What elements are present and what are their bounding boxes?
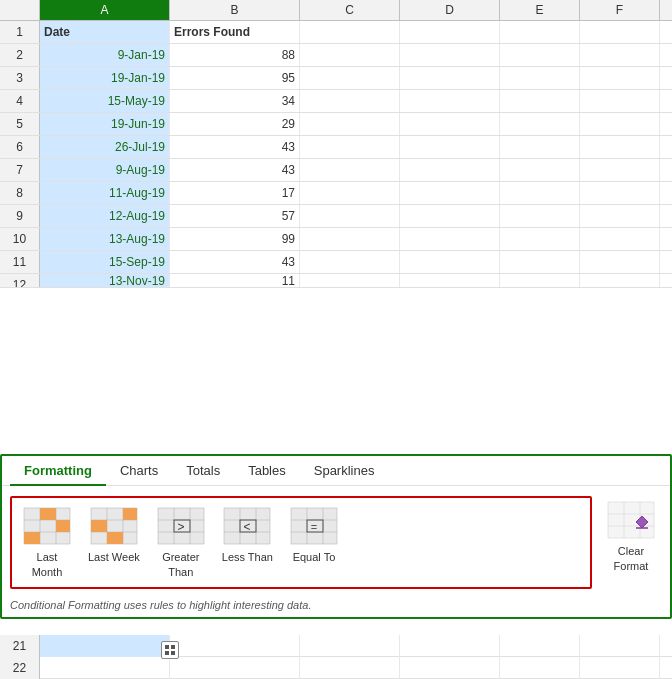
cell-f1[interactable] xyxy=(580,21,660,43)
cell-c4[interactable] xyxy=(300,90,400,112)
cell-d2[interactable] xyxy=(400,44,500,66)
cell-e3[interactable] xyxy=(500,67,580,89)
cell-b8[interactable]: 17 xyxy=(170,182,300,204)
cell-d9[interactable] xyxy=(400,205,500,227)
col-header-d[interactable]: D xyxy=(400,0,500,20)
cell-a22[interactable] xyxy=(40,657,170,679)
quick-analysis-button[interactable] xyxy=(161,641,179,659)
cell-d5[interactable] xyxy=(400,113,500,135)
cell-b5[interactable]: 29 xyxy=(170,113,300,135)
cell-c8[interactable] xyxy=(300,182,400,204)
cell-c6[interactable] xyxy=(300,136,400,158)
cell-c22[interactable] xyxy=(300,657,400,679)
cell-c10[interactable] xyxy=(300,228,400,250)
cell-a10[interactable]: 13-Aug-19 xyxy=(40,228,170,250)
qa-item-equal-to[interactable]: = Equal To xyxy=(283,502,345,583)
tab-totals[interactable]: Totals xyxy=(172,457,234,486)
cell-a11[interactable]: 15-Sep-19 xyxy=(40,251,170,273)
cell-a3[interactable]: 19-Jan-19 xyxy=(40,67,170,89)
cell-a2[interactable]: 9-Jan-19 xyxy=(40,44,170,66)
cell-d4[interactable] xyxy=(400,90,500,112)
cell-a8[interactable]: 11-Aug-19 xyxy=(40,182,170,204)
qa-item-last-week[interactable]: Last Week xyxy=(82,502,146,583)
col-header-b[interactable]: B xyxy=(170,0,300,20)
tab-sparklines[interactable]: Sparklines xyxy=(300,457,389,486)
qa-item-clear-format[interactable]: ClearFormat xyxy=(600,496,662,577)
cell-e21[interactable] xyxy=(500,635,580,657)
cell-a6[interactable]: 26-Jul-19 xyxy=(40,136,170,158)
cell-b7[interactable]: 43 xyxy=(170,159,300,181)
cell-b3[interactable]: 95 xyxy=(170,67,300,89)
tab-formatting[interactable]: Formatting xyxy=(10,457,106,486)
cell-d1[interactable] xyxy=(400,21,500,43)
cell-d21[interactable] xyxy=(400,635,500,657)
cell-f2[interactable] xyxy=(580,44,660,66)
cell-d12[interactable] xyxy=(400,274,500,288)
qa-item-last-month[interactable]: LastMonth xyxy=(16,502,78,583)
cell-b11[interactable]: 43 xyxy=(170,251,300,273)
cell-f21[interactable] xyxy=(580,635,660,657)
cell-e4[interactable] xyxy=(500,90,580,112)
cell-b6[interactable]: 43 xyxy=(170,136,300,158)
cell-e7[interactable] xyxy=(500,159,580,181)
cell-c9[interactable] xyxy=(300,205,400,227)
cell-a5[interactable]: 19-Jun-19 xyxy=(40,113,170,135)
cell-b2[interactable]: 88 xyxy=(170,44,300,66)
tab-charts[interactable]: Charts xyxy=(106,457,172,486)
cell-f9[interactable] xyxy=(580,205,660,227)
cell-e10[interactable] xyxy=(500,228,580,250)
qa-item-less-than[interactable]: < Less Than xyxy=(216,502,279,583)
cell-c12[interactable] xyxy=(300,274,400,288)
cell-d6[interactable] xyxy=(400,136,500,158)
col-header-f[interactable]: F xyxy=(580,0,660,20)
cell-f7[interactable] xyxy=(580,159,660,181)
cell-a4[interactable]: 15-May-19 xyxy=(40,90,170,112)
cell-c5[interactable] xyxy=(300,113,400,135)
cell-f5[interactable] xyxy=(580,113,660,135)
cell-d22[interactable] xyxy=(400,657,500,679)
cell-b9[interactable]: 57 xyxy=(170,205,300,227)
cell-f12[interactable] xyxy=(580,274,660,288)
cell-b21[interactable] xyxy=(170,635,300,657)
cell-e2[interactable] xyxy=(500,44,580,66)
cell-d11[interactable] xyxy=(400,251,500,273)
cell-e6[interactable] xyxy=(500,136,580,158)
cell-e1[interactable] xyxy=(500,21,580,43)
cell-f10[interactable] xyxy=(580,228,660,250)
cell-d7[interactable] xyxy=(400,159,500,181)
cell-c11[interactable] xyxy=(300,251,400,273)
cell-a12[interactable]: 13-Nov-19 xyxy=(40,274,170,288)
cell-e11[interactable] xyxy=(500,251,580,273)
cell-e9[interactable] xyxy=(500,205,580,227)
col-header-c[interactable]: C xyxy=(300,0,400,20)
cell-a1[interactable]: Date xyxy=(40,21,170,43)
qa-item-greater-than[interactable]: > GreaterThan xyxy=(150,502,212,583)
cell-e8[interactable] xyxy=(500,182,580,204)
cell-f4[interactable] xyxy=(580,90,660,112)
cell-e5[interactable] xyxy=(500,113,580,135)
cell-f6[interactable] xyxy=(580,136,660,158)
cell-b10[interactable]: 99 xyxy=(170,228,300,250)
cell-a21[interactable] xyxy=(40,635,170,657)
cell-b1[interactable]: Errors Found xyxy=(170,21,300,43)
cell-a9[interactable]: 12-Aug-19 xyxy=(40,205,170,227)
cell-c3[interactable] xyxy=(300,67,400,89)
cell-f11[interactable] xyxy=(580,251,660,273)
cell-f22[interactable] xyxy=(580,657,660,679)
cell-c21[interactable] xyxy=(300,635,400,657)
cell-c1[interactable] xyxy=(300,21,400,43)
col-header-a[interactable]: A xyxy=(40,0,170,20)
tab-tables[interactable]: Tables xyxy=(234,457,300,486)
cell-d3[interactable] xyxy=(400,67,500,89)
cell-d10[interactable] xyxy=(400,228,500,250)
cell-b22[interactable] xyxy=(170,657,300,679)
cell-b12[interactable]: 11 xyxy=(170,274,300,288)
cell-e22[interactable] xyxy=(500,657,580,679)
cell-c7[interactable] xyxy=(300,159,400,181)
cell-e12[interactable] xyxy=(500,274,580,288)
cell-c2[interactable] xyxy=(300,44,400,66)
cell-a7[interactable]: 9-Aug-19 xyxy=(40,159,170,181)
cell-d8[interactable] xyxy=(400,182,500,204)
cell-b4[interactable]: 34 xyxy=(170,90,300,112)
cell-f8[interactable] xyxy=(580,182,660,204)
